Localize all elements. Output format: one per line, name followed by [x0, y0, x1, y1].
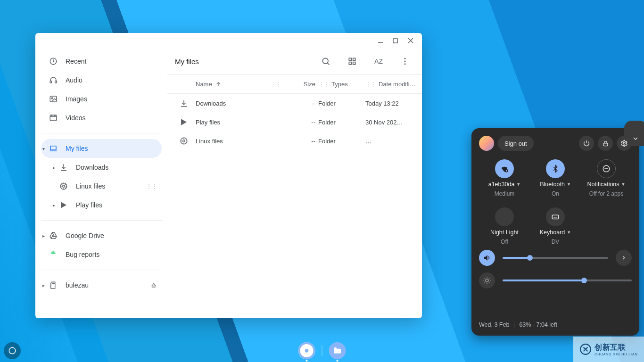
- laptop-icon: [49, 144, 58, 153]
- sidebar-item-label: Play files: [76, 201, 102, 209]
- sidebar-item-bug-reports[interactable]: Bug reports: [41, 245, 162, 264]
- watermark-badge: 创新互联 CHUANG XIN HU LIAN: [573, 337, 644, 362]
- brightness-slider[interactable]: [503, 280, 632, 281]
- files-window: Recent Audio Images Videos: [35, 33, 422, 318]
- svg-rect-1: [393, 39, 397, 43]
- do-not-disturb-icon: [597, 159, 616, 178]
- lock-button[interactable]: [598, 136, 613, 151]
- search-button[interactable]: [316, 52, 335, 71]
- cell-name: Downloads: [196, 100, 281, 107]
- volume-button[interactable]: [479, 250, 495, 266]
- eject-icon[interactable]: [150, 282, 157, 288]
- window-close-button[interactable]: [408, 38, 414, 43]
- table-row[interactable]: Downloads -- Folder Today 13:22: [167, 94, 422, 113]
- cell-type: Folder: [318, 119, 365, 126]
- cell-date: …: [365, 138, 417, 145]
- toolbar: My files AZ: [167, 48, 422, 74]
- file-table: Name ⋮⋮ Size ⋮⋮ Types ⋮⋮ Date modifi…: [167, 74, 422, 318]
- svg-point-14: [54, 253, 55, 254]
- column-types[interactable]: ⋮⋮ Types: [318, 81, 365, 88]
- wifi-tile[interactable]: a1eb30da▼ Medium: [479, 159, 530, 197]
- svg-point-15: [322, 58, 328, 64]
- sign-out-button[interactable]: Sign out: [498, 136, 534, 151]
- svg-point-24: [183, 140, 185, 142]
- column-size[interactable]: Size: [281, 81, 318, 88]
- cell-size: --: [281, 138, 318, 145]
- avatar[interactable]: [479, 136, 494, 151]
- column-resize-handle[interactable]: ⋮⋮: [318, 81, 329, 88]
- caret-right-icon[interactable]: ▸: [51, 203, 56, 207]
- column-resize-handle[interactable]: ⋮⋮: [365, 81, 376, 88]
- caret-right-icon[interactable]: ▸: [51, 165, 56, 170]
- brightness-row: [479, 272, 632, 288]
- running-indicator-icon: [337, 360, 339, 362]
- svg-point-32: [486, 279, 488, 282]
- linux-icon: [172, 137, 196, 145]
- sidebar-item-recent[interactable]: Recent: [41, 52, 162, 71]
- sidebar-item-google-drive[interactable]: ▸ Google Drive: [41, 226, 162, 245]
- caret-right-icon[interactable]: ▸: [41, 233, 46, 238]
- keyboard-tile[interactable]: Keyboard▼ DV: [530, 207, 581, 245]
- svg-point-34: [305, 349, 309, 353]
- shelf-app-files[interactable]: [329, 342, 346, 359]
- sidebar-item-play-files[interactable]: ▸ Play files: [41, 196, 162, 214]
- svg-rect-10: [50, 146, 56, 150]
- sort-ascending-icon: [215, 81, 222, 88]
- settings-button[interactable]: [617, 136, 632, 151]
- drag-handle-icon[interactable]: ⋮⋮: [146, 182, 157, 190]
- caret-down-icon[interactable]: ▾: [41, 146, 46, 151]
- sidebar-item-label: Recent: [66, 58, 86, 65]
- brightness-button[interactable]: [479, 272, 495, 288]
- sidebar-item-label: Audio: [66, 76, 83, 84]
- quick-settings-footer: Wed, 3 Feb 63% - 7:04 left: [479, 317, 632, 328]
- sidebar-item-audio[interactable]: Audio: [41, 71, 162, 90]
- caret-down-icon: ▼: [567, 230, 571, 235]
- sidebar-item-label: bulezau: [66, 281, 89, 289]
- svg-rect-18: [349, 62, 351, 65]
- table-row[interactable]: Play files -- Folder 30 Nov 202…: [167, 113, 422, 132]
- audio-output-button[interactable]: [616, 250, 632, 266]
- table-row[interactable]: Linux files -- Folder …: [167, 132, 422, 150]
- power-button[interactable]: [579, 136, 594, 151]
- column-date[interactable]: ⋮⋮ Date modifi…: [365, 81, 417, 88]
- cell-name: Play files: [196, 119, 281, 126]
- caret-down-icon: ▼: [516, 182, 520, 187]
- launcher-button[interactable]: [4, 342, 21, 359]
- sidebar-item-linux-files[interactable]: Linux files ⋮⋮: [41, 177, 162, 196]
- sidebar-item-external-drive[interactable]: ▸ bulezau: [41, 276, 162, 295]
- svg-rect-17: [353, 58, 355, 60]
- sd-card-icon: [49, 280, 58, 290]
- sidebar-item-my-files[interactable]: ▾ My files: [41, 139, 162, 158]
- column-resize-handle[interactable]: ⋮⋮: [270, 81, 281, 88]
- night-light-tile[interactable]: Night Light Off: [479, 207, 530, 245]
- bluetooth-icon: [546, 159, 565, 178]
- footer-battery: 63% - 7:04 left: [519, 321, 557, 328]
- image-icon: [49, 94, 58, 104]
- column-name[interactable]: Name ⋮⋮: [196, 81, 281, 88]
- caret-down-icon: ▼: [621, 182, 626, 187]
- svg-point-13: [52, 253, 53, 254]
- bluetooth-tile[interactable]: Bluetooth▼ On: [530, 159, 581, 197]
- view-grid-button[interactable]: [343, 52, 362, 71]
- shelf: [0, 339, 644, 362]
- shelf-app-chrome[interactable]: [298, 342, 315, 359]
- window-maximize-button[interactable]: [393, 38, 399, 43]
- caret-right-icon[interactable]: ▸: [41, 283, 46, 288]
- notifications-tile[interactable]: Notifications▼ Off for 2 apps: [581, 159, 632, 197]
- sidebar-item-label: Downloads: [76, 164, 108, 171]
- svg-point-22: [405, 63, 406, 65]
- svg-rect-5: [50, 81, 51, 83]
- more-menu-button[interactable]: [396, 52, 414, 71]
- svg-rect-16: [349, 58, 351, 60]
- sidebar-item-downloads[interactable]: ▸ Downloads: [41, 158, 162, 177]
- shelf-separator: [322, 346, 322, 356]
- sidebar-item-images[interactable]: Images: [41, 90, 162, 108]
- volume-slider[interactable]: [503, 257, 608, 259]
- download-icon: [59, 163, 68, 172]
- sort-button[interactable]: AZ: [369, 52, 388, 71]
- android-icon: [49, 250, 58, 259]
- window-minimize-button[interactable]: [378, 38, 384, 43]
- svg-point-12: [63, 185, 65, 188]
- sidebar-item-videos[interactable]: Videos: [41, 108, 162, 127]
- caret-down-icon: ▼: [567, 182, 571, 187]
